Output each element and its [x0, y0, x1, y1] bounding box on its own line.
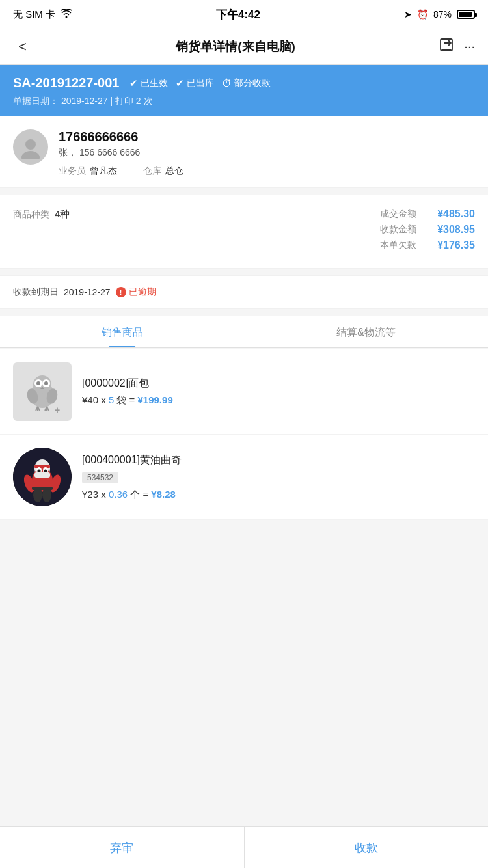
- received-amount-label: 收款金额: [380, 224, 416, 236]
- badge-shipped: ✔ 已出库: [176, 77, 214, 89]
- received-amount: 收款金额 ¥308.95: [380, 224, 475, 236]
- customer-meta: 业务员 曾凡杰 仓库 总仓: [59, 165, 475, 177]
- warehouse-value: 总仓: [165, 165, 183, 177]
- status-left: 无 SIM 卡: [13, 8, 72, 21]
- overdue-section: 收款到期日 2019-12-27 ! 已逾期: [0, 275, 488, 309]
- svg-point-9: [44, 381, 48, 385]
- summary-section: 商品种类 4种 成交金额 ¥485.30 收款金额 ¥308.95 本单欠款 ¥…: [0, 195, 488, 269]
- svg-rect-33: [32, 487, 53, 490]
- tabs-section: 销售商品 结算&物流等: [0, 316, 488, 348]
- warehouse-meta: 仓库 总仓: [143, 165, 183, 177]
- customer-info: 17666666666 张， 156 6666 6666 业务员 曾凡杰 仓库 …: [59, 129, 475, 177]
- sales-label: 业务员: [59, 165, 86, 177]
- product-info-1: [0000002]面包 ¥40 x 5 袋 = ¥199.99: [82, 377, 475, 407]
- product-image-2: [13, 448, 72, 506]
- battery-text: 87%: [433, 9, 452, 20]
- svg-rect-28: [34, 472, 50, 478]
- product-price-1: ¥40 x 5 袋 = ¥199.99: [82, 394, 475, 407]
- svg-point-2: [21, 151, 40, 159]
- svg-text:+: +: [55, 405, 60, 414]
- banner-date: 单据日期： 2019-12-27 | 打印 2 次: [13, 96, 475, 107]
- battery-icon: [457, 10, 475, 19]
- check-icon: ✔: [129, 77, 138, 89]
- svg-point-1: [25, 139, 36, 150]
- owed-amount-value: ¥176.35: [423, 239, 475, 251]
- deal-amount: 成交金额 ¥485.30: [380, 208, 475, 220]
- product-item-1: + [0000002]面包 ¥40 x 5 袋 = ¥199.99: [0, 349, 488, 435]
- summary-row: 商品种类 4种 成交金额 ¥485.30 收款金额 ¥308.95 本单欠款 ¥…: [13, 208, 475, 255]
- owed-amount-label: 本单欠款: [380, 239, 416, 251]
- product-sku-2: 534532: [82, 472, 118, 483]
- deal-amount-label: 成交金额: [380, 208, 416, 220]
- reject-button[interactable]: 弃审: [0, 827, 245, 868]
- received-amount-value: ¥308.95: [423, 224, 475, 236]
- warehouse-label: 仓库: [143, 165, 161, 177]
- product-name-2: [000400001]黄油曲奇: [82, 454, 475, 467]
- tab-settlement[interactable]: 结算&物流等: [244, 316, 488, 347]
- more-button[interactable]: ···: [464, 39, 475, 54]
- customer-avatar: [13, 129, 48, 165]
- page-title: 销货单详情(来自电脑): [176, 38, 295, 55]
- badge-partial: ⏱ 部分收款: [222, 77, 271, 89]
- bottom-bar: 弃审 收款: [0, 826, 488, 868]
- product-qty-2: 0.36: [109, 489, 128, 500]
- overdue-text: 已逾期: [129, 286, 156, 298]
- customer-id: 17666666666: [59, 129, 475, 144]
- product-type-item: 商品种类 4种: [13, 208, 70, 221]
- summary-right: 成交金额 ¥485.30 收款金额 ¥308.95 本单欠款 ¥176.35: [380, 208, 475, 255]
- sales-value: 曾凡杰: [90, 165, 117, 177]
- product-item-2: [000400001]黄油曲奇 534532 ¥23 x 0.36 个 = ¥8…: [0, 435, 488, 520]
- overdue-badge: ! 已逾期: [116, 286, 156, 298]
- product-total-2: ¥8.28: [151, 489, 176, 500]
- svg-rect-23: [34, 465, 50, 468]
- customer-name-phone: 张， 156 6666 6666: [59, 147, 475, 159]
- product-price-2: ¥23 x 0.36 个 = ¥8.28: [82, 489, 475, 501]
- carrier-text: 无 SIM 卡: [13, 8, 55, 21]
- product-total-1: ¥199.99: [138, 394, 173, 405]
- svg-point-27: [44, 470, 47, 473]
- deal-amount-value: ¥485.30: [423, 208, 475, 220]
- banner-top: SA-20191227-001 ✔ 已生效 ✔ 已出库 ⏱ 部分收款: [13, 75, 475, 90]
- badge-effected: ✔ 已生效: [129, 77, 168, 89]
- status-right: ➤ ⏰ 87%: [404, 9, 475, 20]
- products-section: + [0000002]面包 ¥40 x 5 袋 = ¥199.99: [0, 349, 488, 520]
- svg-point-8: [36, 381, 40, 385]
- header-banner: SA-20191227-001 ✔ 已生效 ✔ 已出库 ⏱ 部分收款 单据日期：…: [0, 65, 488, 116]
- product-info-2: [000400001]黄油曲奇 534532 ¥23 x 0.36 个 = ¥8…: [82, 454, 475, 501]
- collect-button[interactable]: 收款: [245, 827, 489, 868]
- tab-sales-products[interactable]: 销售商品: [0, 316, 244, 347]
- alarm-icon: ⏰: [417, 9, 428, 20]
- owed-amount: 本单欠款 ¥176.35: [380, 239, 475, 251]
- check-icon-2: ✔: [176, 77, 184, 89]
- svg-point-26: [38, 470, 41, 473]
- back-button[interactable]: <: [13, 33, 32, 61]
- status-bar: 无 SIM 卡 下午4:42 ➤ ⏰ 87%: [0, 0, 488, 29]
- customer-section: 17666666666 张， 156 6666 6666 业务员 曾凡杰 仓库 …: [0, 116, 488, 188]
- sales-meta: 业务员 曾凡杰: [59, 165, 117, 177]
- export-button[interactable]: [439, 38, 454, 55]
- product-image-1: +: [13, 362, 72, 421]
- overdue-date: 2019-12-27: [64, 287, 111, 297]
- product-name-1: [0000002]面包: [82, 377, 475, 390]
- product-qty-1: 5: [109, 394, 114, 405]
- clock-icon: ⏱: [222, 77, 232, 88]
- overdue-dot-icon: !: [116, 287, 126, 297]
- status-badges: ✔ 已生效 ✔ 已出库 ⏱ 部分收款: [129, 77, 271, 89]
- location-icon: ➤: [404, 9, 412, 20]
- overdue-label: 收款到期日: [13, 286, 59, 298]
- product-type-label: 商品种类: [13, 209, 49, 221]
- nav-bar: < 销货单详情(来自电脑) ···: [0, 29, 488, 65]
- order-number: SA-20191227-001: [13, 75, 119, 90]
- wifi-icon: [61, 9, 72, 20]
- nav-actions: ···: [439, 38, 475, 55]
- product-type-value: 4种: [55, 208, 70, 221]
- status-time: 下午4:42: [216, 7, 260, 22]
- summary-left: 商品种类 4种: [13, 208, 70, 224]
